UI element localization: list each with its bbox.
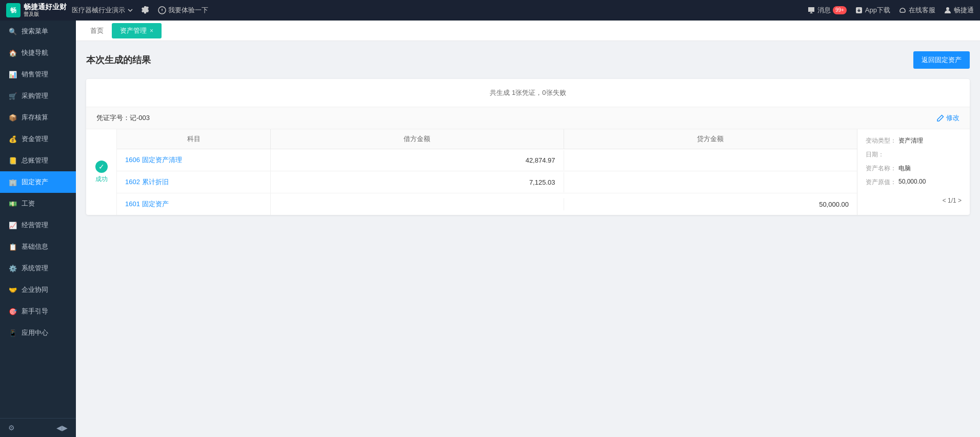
inventory-icon: 📦 bbox=[8, 113, 17, 122]
basic-info-icon: 📋 bbox=[8, 242, 17, 251]
pagination: < 1/1 > bbox=[866, 197, 962, 204]
sidebar-label-app-center: 应用中心 bbox=[22, 328, 48, 337]
message-badge: 99+ bbox=[833, 6, 847, 14]
tab-close-icon[interactable]: × bbox=[150, 27, 153, 34]
sidebar-label-system: 系统管理 bbox=[22, 264, 48, 273]
asset-original-label: 资产原值： bbox=[866, 178, 896, 187]
sidebar-label-fixed-assets: 固定资产 bbox=[22, 177, 48, 187]
experience-label: 我要体验一下 bbox=[168, 6, 208, 15]
page-content: 本次生成的结果 返回固定资产 共生成 1张凭证，0张失败 凭证字号：记-003 … bbox=[76, 41, 980, 437]
collapse-icon[interactable]: ◀▶ bbox=[56, 424, 68, 432]
sidebar-item-fixed-assets[interactable]: 🏢 固定资产 bbox=[0, 171, 76, 193]
company-selector[interactable]: 医疗器械行业演示 bbox=[72, 6, 133, 15]
table-row: 1602 累计折旧 7,125.03 bbox=[117, 171, 857, 193]
edit-icon bbox=[937, 114, 944, 122]
sidebar-label-sales: 销售管理 bbox=[22, 70, 48, 79]
user-name: 畅捷通 bbox=[954, 6, 974, 15]
fund-icon: 💰 bbox=[8, 134, 17, 144]
message-button[interactable]: 消息 99+ bbox=[807, 6, 847, 15]
topbar-right: 消息 99+ App下载 在线客服 畅捷通 bbox=[807, 6, 974, 15]
sidebar-label-salary: 工资 bbox=[22, 199, 35, 208]
sidebar-label-enterprise: 企业协同 bbox=[22, 285, 48, 294]
sidebar-label-inventory: 库存核算 bbox=[22, 113, 48, 122]
debit-cell: 42,874.97 bbox=[271, 150, 564, 170]
sidebar-item-search[interactable]: 🔍 搜索菜单 bbox=[0, 21, 76, 42]
table-area: ✓ 成功 科目 借方金额 贷方金额 bbox=[86, 129, 857, 215]
credit-cell bbox=[564, 176, 857, 188]
sidebar-item-quick-nav[interactable]: 🏠 快捷导航 bbox=[0, 42, 76, 64]
sidebar-item-fund[interactable]: 💰 资金管理 bbox=[0, 128, 76, 150]
sidebar-item-system[interactable]: ⚙️ 系统管理 bbox=[0, 257, 76, 279]
voucher-no: 凭证字号：记-003 bbox=[96, 113, 150, 123]
app-download-label: App下载 bbox=[865, 6, 890, 15]
user-avatar[interactable]: 畅捷通 bbox=[944, 6, 974, 15]
credit-cell: 50,000.00 bbox=[564, 194, 857, 214]
ledger-icon: 📒 bbox=[8, 156, 17, 165]
sidebar-label-fund: 资金管理 bbox=[22, 134, 48, 144]
app-center-icon: 📱 bbox=[8, 328, 17, 337]
return-button[interactable]: 返回固定资产 bbox=[913, 51, 970, 69]
result-panel: 共生成 1张凭证，0张失败 凭证字号：记-003 修改 bbox=[86, 79, 970, 215]
change-type-row: 变动类型： 资产清理 bbox=[866, 136, 962, 145]
settings-bottom-icon[interactable]: ⚙ bbox=[8, 424, 15, 432]
debit-cell bbox=[271, 198, 564, 210]
sidebar-label-guide: 新手引导 bbox=[22, 307, 48, 316]
sidebar-item-operation[interactable]: 📈 经营管理 bbox=[0, 214, 76, 236]
table-row: 1601 固定资产 50,000.00 bbox=[117, 193, 857, 215]
sidebar-item-salary[interactable]: 💵 工资 bbox=[0, 193, 76, 214]
date-row: 日期： bbox=[866, 150, 962, 159]
system-icon: ⚙️ bbox=[8, 264, 17, 273]
tab-home[interactable]: 首页 bbox=[84, 23, 110, 38]
sidebar-label-purchase: 采购管理 bbox=[22, 91, 48, 101]
sidebar-item-inventory[interactable]: 📦 库存核算 bbox=[0, 107, 76, 128]
subject-cell[interactable]: 1602 累计折旧 bbox=[117, 171, 271, 193]
asset-name-value: 电脑 bbox=[898, 164, 911, 173]
brand: 畅 畅捷通好业财 普及版 bbox=[6, 3, 67, 18]
asset-name-label: 资产名称： bbox=[866, 164, 896, 173]
col-subject: 科目 bbox=[117, 129, 271, 149]
status-text: 成功 bbox=[95, 175, 108, 184]
content-area: 首页 资产管理 × 本次生成的结果 返回固定资产 共生成 1张凭证，0张失败 凭… bbox=[76, 21, 980, 437]
online-service-button[interactable]: 在线客服 bbox=[898, 6, 935, 15]
asset-name-row: 资产名称： 电脑 bbox=[866, 164, 962, 173]
sidebar-item-sales[interactable]: 📊 销售管理 bbox=[0, 64, 76, 85]
chevron-down-icon bbox=[127, 7, 133, 13]
sidebar-item-purchase[interactable]: 🛒 采购管理 bbox=[0, 85, 76, 107]
brand-icon: 畅 bbox=[6, 3, 21, 17]
tab-bar: 首页 资产管理 × bbox=[76, 21, 980, 41]
online-service-label: 在线客服 bbox=[909, 6, 935, 15]
company-name: 医疗器械行业演示 bbox=[72, 6, 125, 15]
enterprise-icon: 🤝 bbox=[8, 285, 17, 294]
asset-original-row: 资产原值： 50,000.00 bbox=[866, 178, 962, 187]
sidebar-item-basic-info[interactable]: 📋 基础信息 bbox=[0, 236, 76, 257]
search-icon: 🔍 bbox=[8, 27, 17, 36]
subject-cell[interactable]: 1606 固定资产清理 bbox=[117, 149, 271, 171]
salary-icon: 💵 bbox=[8, 199, 17, 208]
credit-cell bbox=[564, 154, 857, 166]
experience-button[interactable]: 我要体验一下 bbox=[158, 6, 208, 15]
page-title: 本次生成的结果 bbox=[86, 54, 151, 66]
col-credit: 贷方金额 bbox=[564, 129, 857, 149]
sidebar-item-guide[interactable]: 🎯 新手引导 bbox=[0, 301, 76, 322]
edit-button[interactable]: 修改 bbox=[937, 113, 959, 123]
app-download-button[interactable]: App下载 bbox=[855, 6, 890, 15]
date-label: 日期： bbox=[866, 150, 884, 159]
message-label: 消息 bbox=[817, 6, 831, 15]
table-row: 1606 固定资产清理 42,874.97 bbox=[117, 149, 857, 171]
edit-label: 修改 bbox=[946, 113, 959, 123]
purchase-icon: 🛒 bbox=[8, 91, 17, 101]
voucher-header: 凭证字号：记-003 修改 bbox=[86, 107, 970, 129]
asset-original-value: 50,000.00 bbox=[898, 178, 926, 187]
sidebar-item-ledger[interactable]: 📒 总账管理 bbox=[0, 150, 76, 171]
sidebar-label-quick-nav: 快捷导航 bbox=[22, 48, 48, 57]
sidebar-label-operation: 经营管理 bbox=[22, 221, 48, 230]
subject-cell[interactable]: 1601 固定资产 bbox=[117, 193, 271, 215]
col-debit: 借方金额 bbox=[271, 129, 564, 149]
sidebar-item-enterprise[interactable]: 🤝 企业协同 bbox=[0, 279, 76, 301]
brand-sub: 普及版 bbox=[24, 11, 67, 18]
sidebar-item-app-center[interactable]: 📱 应用中心 bbox=[0, 322, 76, 344]
settings-icon[interactable] bbox=[138, 3, 153, 17]
tab-assets[interactable]: 资产管理 × bbox=[112, 23, 162, 38]
sidebar: 🔍 搜索菜单 🏠 快捷导航 📊 销售管理 🛒 采购管理 📦 库存核算 💰 资金管… bbox=[0, 21, 76, 437]
voucher-table: 科目 借方金额 贷方金额 1606 固定资产清理 42,874.97 1602 … bbox=[117, 129, 857, 215]
